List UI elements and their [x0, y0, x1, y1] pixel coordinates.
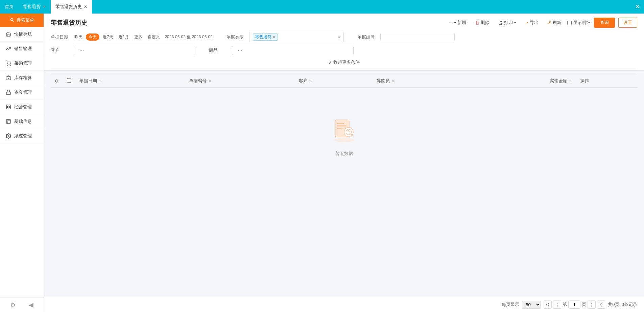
system-icon: [5, 133, 11, 139]
toolbar: ＋ + 新增 🗑 删除 🖨 打印 ▾ ↗ 导出: [445, 18, 637, 28]
date-btn-yesterday[interactable]: 昨天: [72, 34, 85, 41]
sidebar-search[interactable]: 搜索菜单: [0, 14, 44, 27]
sidebar-bottom: ⚙ ◀: [0, 297, 44, 312]
col-doc-date: 单据日期 ⇅: [75, 74, 185, 88]
date-btn-custom[interactable]: 自定义: [146, 34, 162, 41]
sales-icon: [5, 46, 11, 52]
tab-retail-return-history[interactable]: 零售退货历史 ✕: [51, 0, 92, 14]
pagination-bar: 每页显示 50 20 100 ⟨⟨ ⟨ 第 页 ⟩ ⟩⟩ 共0页, 0条记录: [44, 297, 644, 312]
svg-rect-9: [9, 105, 10, 107]
per-page-select[interactable]: 50 20 100: [522, 301, 541, 309]
inventory-icon: [5, 75, 11, 81]
date-btn-1month[interactable]: 近1月: [117, 34, 131, 41]
export-button[interactable]: ↗ 导出: [522, 18, 541, 27]
close-history-tab[interactable]: ✕: [84, 4, 87, 9]
next-page-button[interactable]: ⟩: [588, 300, 596, 309]
sidebar-item-basic-info[interactable]: 基础信息: [0, 114, 44, 129]
last-page-button[interactable]: ⟩⟩: [597, 300, 605, 309]
sidebar-item-sales-mgmt[interactable]: 销售管理: [0, 42, 44, 56]
svg-rect-8: [6, 105, 8, 107]
settings-button[interactable]: 设置: [618, 18, 637, 28]
select-all-checkbox[interactable]: [67, 78, 71, 83]
date-options: 昨天 今天 近7天 近1月 更多 自定义: [72, 34, 162, 41]
collapse-button[interactable]: ∧ 收起更多条件: [325, 58, 364, 67]
customer-select[interactable]: ···: [74, 46, 195, 55]
sidebar-item-system-mgmt[interactable]: 系统管理: [0, 129, 44, 143]
svg-point-25: [349, 131, 350, 132]
settings-bottom-button[interactable]: ⚙: [10, 301, 16, 309]
sidebar-label-basic-info: 基础信息: [14, 118, 32, 125]
window-close-button[interactable]: ✕: [635, 3, 640, 10]
sort-guide-icon[interactable]: ⇅: [392, 79, 395, 83]
sidebar-search-label: 搜索菜单: [17, 17, 34, 23]
sidebar-label-ops: 经营管理: [14, 104, 32, 110]
doc-type-select[interactable]: 零售退货 ✕ ▾: [249, 32, 344, 42]
date-btn-7days[interactable]: 近7天: [101, 34, 115, 41]
sidebar-label-purchase: 采购管理: [14, 60, 32, 66]
query-button[interactable]: 查询: [594, 18, 615, 28]
collapse-sidebar-button[interactable]: ◀: [29, 301, 33, 309]
delete-button[interactable]: 🗑 删除: [472, 18, 492, 27]
svg-rect-11: [6, 107, 8, 109]
per-page-label: 每页显示: [502, 302, 519, 308]
empty-state: 暂无数据: [51, 88, 637, 184]
col-doc-no: 单据编号 ⇅: [185, 74, 294, 88]
date-btn-today[interactable]: 今天: [86, 34, 99, 41]
col-settings: ⚙: [51, 74, 63, 88]
doc-type-label: 单据类型: [226, 34, 246, 40]
sidebar-label-finance: 资金管理: [14, 89, 32, 95]
tab-retail-return[interactable]: 零售退货 ✕: [18, 0, 51, 14]
new-button[interactable]: ＋ + 新增: [445, 18, 469, 27]
first-page-button[interactable]: ⟨⟨: [544, 300, 552, 309]
page-nav: ⟨⟨ ⟨ 第 页 ⟩ ⟩⟩: [544, 300, 605, 309]
svg-rect-18: [337, 123, 344, 124]
sidebar-label-sales: 销售管理: [14, 46, 32, 52]
goods-select[interactable]: ···: [232, 46, 354, 55]
date-filter-label: 单据日期: [51, 34, 71, 40]
sort-customer-icon[interactable]: ⇅: [309, 79, 312, 83]
search-icon: [10, 18, 15, 23]
prev-page-button[interactable]: ⟨: [553, 300, 561, 309]
sort-amount-icon[interactable]: ⇅: [569, 79, 572, 83]
total-label: 共0页, 0条记录: [608, 302, 637, 308]
page-unit-label: 页: [582, 302, 586, 308]
doc-no-input[interactable]: [380, 33, 455, 41]
sidebar-item-quick-nav[interactable]: 快捷导航: [0, 27, 44, 42]
col-guide: 导购员 ⇅: [373, 74, 466, 88]
page-word-label: 第: [563, 302, 567, 308]
col-actions: 操作: [576, 74, 637, 88]
sort-doc-date-icon[interactable]: ⇅: [99, 79, 102, 83]
delete-icon: 🗑: [475, 20, 479, 25]
sidebar-label-inventory: 库存核算: [14, 75, 32, 81]
print-chevron-icon: ▾: [514, 21, 516, 25]
svg-rect-20: [337, 128, 343, 129]
doc-type-tag-close[interactable]: ✕: [272, 35, 276, 39]
sidebar-item-ops-mgmt[interactable]: 经营管理: [0, 100, 44, 114]
display-detail-toggle[interactable]: 显示明细: [567, 20, 591, 26]
svg-point-3: [10, 65, 10, 65]
sidebar: 搜索菜单 快捷导航 销售管理 采购管理 库存核算: [0, 14, 44, 312]
ops-icon: [5, 104, 11, 110]
column-settings-icon[interactable]: ⚙: [55, 79, 59, 84]
svg-rect-7: [6, 92, 10, 94]
sidebar-item-finance[interactable]: 资金管理: [0, 85, 44, 100]
display-detail-checkbox[interactable]: [567, 21, 572, 25]
page-number-input[interactable]: [568, 300, 580, 309]
refresh-button[interactable]: ↺ 刷新: [545, 18, 564, 27]
sidebar-item-inventory[interactable]: 库存核算: [0, 71, 44, 85]
table-header-row: ⚙ 单据日期 ⇅ 单据编号 ⇅: [51, 74, 637, 88]
new-icon: ＋: [448, 20, 452, 26]
collapse-row: ∧ 收起更多条件: [51, 58, 637, 67]
print-button[interactable]: 🖨 打印 ▾: [496, 18, 519, 27]
date-btn-more[interactable]: 更多: [132, 34, 144, 41]
svg-rect-12: [6, 119, 10, 124]
tab-home[interactable]: 首页: [0, 0, 18, 14]
sidebar-item-purchase-mgmt[interactable]: 采购管理: [0, 56, 44, 71]
col-checkbox: [63, 74, 75, 88]
export-icon: ↗: [525, 20, 528, 25]
page-title: 零售退货历史: [51, 19, 87, 27]
sort-doc-no-icon[interactable]: ⇅: [209, 79, 211, 83]
svg-rect-10: [9, 107, 10, 109]
data-table: ⚙ 单据日期 ⇅ 单据编号 ⇅: [51, 74, 637, 88]
close-retail-return-tab[interactable]: ✕: [43, 4, 46, 9]
